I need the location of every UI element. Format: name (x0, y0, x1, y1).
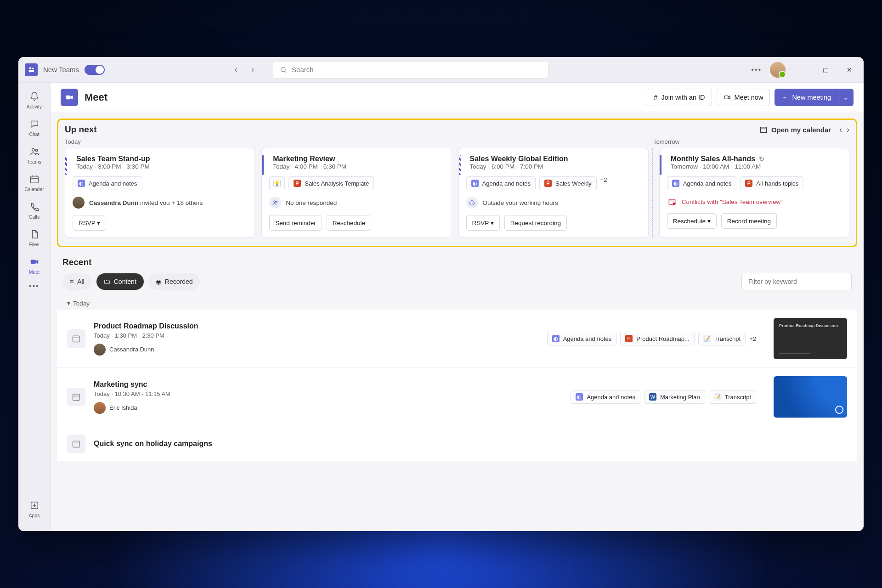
chat-icon (29, 119, 40, 130)
attachment-chip[interactable]: ◐Agenda and notes (571, 390, 640, 404)
attachment-chip[interactable]: ◐Agenda and notes (466, 176, 536, 190)
meet-now-button[interactable]: Meet now (717, 89, 770, 106)
calendar-thumb-icon (67, 329, 85, 348)
svg-point-1 (29, 67, 32, 69)
svg-point-0 (32, 68, 34, 69)
attachment-chip[interactable]: PProduct Roadmap... (620, 332, 695, 345)
nav-forward-button[interactable]: › (246, 63, 259, 76)
overflow-count[interactable]: +2 (749, 335, 756, 342)
rail-meet[interactable]: Meet (21, 253, 48, 278)
meeting-card[interactable]: Marketing Review Today · 4:00 PM - 5:30 … (261, 148, 452, 237)
calendar-next-button[interactable]: › (847, 125, 849, 135)
calendar-prev-button[interactable]: ‹ (839, 125, 842, 135)
attachment-chip[interactable]: 📝Transcript (709, 390, 756, 404)
working-hours-info: Outside your working hours (466, 197, 642, 209)
meeting-card[interactable]: Monthly Sales All-hands ↻ Tomorrow · 10:… (659, 148, 849, 237)
suggestion-chip[interactable]: 💡 (269, 176, 285, 190)
svg-point-6 (32, 149, 34, 152)
svg-rect-12 (30, 260, 35, 264)
calendar-thumb-icon (67, 435, 85, 453)
meeting-card[interactable]: Sales Team Stand-up Today · 3:00 PM - 3:… (65, 148, 255, 237)
recent-item[interactable]: Product Roadmap Discussion Today · 1:30 … (57, 310, 857, 368)
attachment-chip[interactable]: PAll-hands topics (740, 176, 803, 190)
meeting-card[interactable]: Sales Weekly Global Edition Today · 6:00… (458, 148, 649, 237)
overflow-count[interactable]: +2 (600, 176, 607, 190)
recent-title: Recent (62, 257, 857, 267)
record-icon: ◉ (156, 278, 161, 285)
maximize-button[interactable]: ▢ (818, 62, 833, 77)
more-options-button[interactable]: ••• (751, 66, 762, 74)
new-teams-label: New Teams (43, 66, 79, 74)
new-teams-toggle[interactable] (85, 65, 105, 75)
svg-rect-17 (724, 96, 728, 99)
rail-activity[interactable]: Activity (21, 87, 48, 113)
meeting-time: Today · 3:00 PM - 3:30 PM (73, 163, 248, 170)
nav-back-button[interactable]: ‹ (230, 63, 243, 76)
recent-item-title: Product Roadmap Discussion (94, 322, 222, 330)
caret-down-icon: ▾ (67, 300, 70, 307)
rail-teams[interactable]: Teams (21, 142, 48, 168)
attachment-chip[interactable]: 📝Transcript (698, 332, 746, 345)
page-title: Meet (85, 91, 107, 103)
file-icon (29, 229, 40, 240)
hash-icon: # (654, 94, 657, 101)
word-icon: W (649, 393, 656, 401)
group-header[interactable]: ▾ Today (67, 300, 857, 307)
rsvp-button[interactable]: RSVP ▾ (73, 215, 106, 231)
rail-apps[interactable]: Apps (21, 496, 48, 522)
meeting-title: Monthly Sales All-hands ↻ (667, 155, 842, 163)
recording-thumbnail[interactable]: Product Roadmap Discussion (774, 318, 847, 359)
rsvp-button[interactable]: RSVP ▾ (466, 215, 500, 231)
app-window: New Teams ‹ › ••• ─ ▢ ✕ Activity (18, 57, 864, 531)
calendar-icon (29, 174, 40, 185)
user-avatar[interactable] (770, 62, 786, 78)
rail-more-button[interactable]: ••• (29, 282, 40, 290)
rail-chat[interactable]: Chat (21, 115, 48, 141)
attachment-chip[interactable]: WMarketing Plan (644, 390, 705, 404)
response-info: No one responded (269, 197, 445, 209)
close-button[interactable]: ✕ (842, 62, 857, 77)
search-box[interactable] (273, 61, 548, 79)
new-meeting-dropdown[interactable]: ⌄ (838, 89, 854, 106)
svg-rect-27 (73, 336, 80, 342)
chip-all[interactable]: ≡ All (62, 273, 92, 290)
apps-icon (29, 500, 40, 511)
recent-item[interactable]: Quick sync on holiday campaigns (57, 426, 857, 461)
svg-line-5 (285, 71, 286, 72)
open-my-calendar-button[interactable]: Open my calendar (759, 125, 831, 134)
loop-icon: ◐ (78, 180, 85, 187)
reschedule-button[interactable]: Reschedule ▾ (667, 213, 717, 229)
attachment-chip[interactable]: ◐Agenda and notes (73, 176, 142, 190)
reschedule-button[interactable]: Reschedule (327, 215, 371, 231)
up-next-section: Up next Open my calendar ‹ › (57, 119, 857, 247)
rail-calls[interactable]: Calls (21, 198, 48, 223)
day-separator (652, 148, 653, 237)
request-recording-button[interactable]: Request recording (504, 215, 567, 231)
filter-input[interactable] (741, 273, 852, 290)
search-input[interactable] (292, 66, 542, 74)
join-with-id-button[interactable]: # Join with an ID (647, 89, 712, 106)
attachment-chip[interactable]: ◐Agenda and notes (667, 176, 737, 190)
recording-thumbnail[interactable] (774, 376, 847, 418)
svg-point-4 (281, 67, 285, 71)
chip-recorded[interactable]: ◉ Recorded (148, 273, 200, 290)
chip-content[interactable]: Content (96, 273, 144, 290)
meet-header-icon (61, 89, 78, 106)
send-reminder-button[interactable]: Send reminder (269, 215, 322, 231)
phone-icon (29, 201, 40, 212)
powerpoint-icon: P (745, 180, 752, 187)
attachment-chip[interactable]: ◐Agenda and notes (547, 332, 617, 345)
new-meeting-button[interactable]: ＋ New meeting (775, 89, 838, 106)
recent-item[interactable]: Marketing sync Today · 10:30 AM - 11:15 … (57, 368, 857, 426)
loop-icon: ◐ (672, 180, 679, 187)
attachment-chip[interactable]: PSales Weekly (539, 176, 597, 190)
rail-calendar[interactable]: Calendar (21, 170, 48, 196)
minimize-button[interactable]: ─ (794, 62, 809, 77)
attachment-chip[interactable]: PSales Analysis Template (288, 176, 374, 190)
recent-item-title: Quick sync on holiday campaigns (94, 440, 222, 448)
record-meeting-button[interactable]: Record meeting (721, 213, 777, 229)
rail-files[interactable]: Files (21, 225, 48, 251)
chevron-down-icon: ⌄ (843, 94, 849, 101)
transcript-icon: 📝 (714, 393, 721, 401)
meeting-accent-bar (459, 155, 461, 175)
